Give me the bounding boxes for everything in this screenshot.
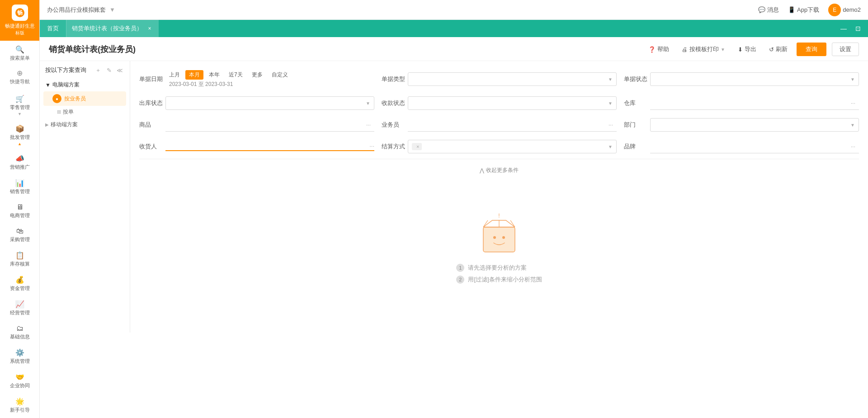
settle-tag-close-btn[interactable]: × [416, 144, 419, 149]
payment-status-select[interactable]: ▼ [408, 96, 617, 110]
logo-icon: 畅 [12, 5, 28, 21]
date-tab-this-month[interactable]: 本月 [185, 70, 203, 80]
svg-text:畅: 畅 [17, 10, 23, 16]
basic-icon: 🗂 [16, 324, 24, 332]
tab-maximize-btn[interactable]: ⊡ [852, 22, 864, 35]
date-tab-last7[interactable]: 近7天 [225, 70, 246, 80]
date-tab-this-year[interactable]: 本年 [205, 70, 223, 80]
sidebar-item-system[interactable]: ⚙️ 系统管理 [3, 345, 37, 368]
basic-label: 基础信息 [10, 333, 30, 340]
search-icon: 🔍 [15, 45, 24, 54]
doc-type-select[interactable]: ▼ [408, 72, 617, 86]
filter-cell-salesperson: 业务员 ··· [382, 118, 617, 132]
tab-close-btn[interactable]: × [146, 25, 153, 32]
desktop-scheme-title[interactable]: ▼ 电脑端方案 [43, 78, 126, 91]
brand-input[interactable]: ··· [650, 140, 859, 153]
enterprise-label: 企业协同 [10, 382, 30, 389]
collapse-more-btn[interactable]: ⋀ 收起更多条件 [477, 164, 521, 177]
sidebar-item-ecommerce[interactable]: 🖥 电商管理 [3, 200, 37, 223]
filter-cell-payment: 收款状态 ▼ [382, 96, 617, 110]
top-bar-dropdown-arrow[interactable]: ▼ [109, 6, 115, 13]
empty-state: ! 1 请先选择要分析的方案 2 用[过滤]条件来缩小分析范围 [139, 184, 859, 311]
salesperson-label: 业务员 [382, 121, 405, 129]
empty-step-1: 1 请先选择要分析的方案 [456, 264, 542, 272]
sidebar-item-marketing[interactable]: 📣 营销推广 [3, 151, 37, 174]
out-status-select[interactable]: ▼ [165, 96, 374, 110]
scheme-item-salesperson[interactable]: ● 按业务员 [43, 91, 126, 106]
salesperson-input[interactable]: ··· [408, 118, 617, 132]
warehouse-ellipsis[interactable]: ··· [851, 100, 855, 106]
content-area: 销货单统计表(按业务员) ❓ 帮助 🖨 按模板打印 ▼ ⬇ 导出 [40, 37, 868, 418]
sidebar-item-purchase[interactable]: 🛍 采购管理 [3, 223, 37, 247]
settle-select[interactable]: × ▼ [408, 140, 617, 153]
edit-scheme-btn[interactable]: ✎ [104, 66, 113, 75]
step-1-text: 请先选择要分析的方案 [468, 264, 527, 272]
sidebar-item-newbie[interactable]: 🌟 新手引导 [3, 394, 37, 417]
tab-bar: 首页 销货单统计表（按业务员） × — ⊡ [40, 20, 868, 37]
doc-status-select[interactable]: ▼ [650, 72, 859, 86]
tab-label: 标版 [15, 30, 24, 36]
settings-btn[interactable]: 设置 [832, 43, 859, 56]
filter-cell-department: 部门 ▼ [624, 118, 859, 132]
help-btn[interactable]: ❓ 帮助 [645, 43, 673, 55]
warehouse-input[interactable]: ··· [650, 96, 859, 110]
doc-type-arrow: ▼ [608, 77, 613, 82]
ecommerce-icon: 🖥 [16, 203, 24, 211]
filter-grid-3: 商品 ··· 业务员 ··· [139, 116, 859, 133]
filter-cell-doc-type: 单据类型 ▼ [382, 70, 617, 88]
desktop-scheme-label: 电脑端方案 [52, 81, 80, 89]
receiver-ellipsis[interactable]: ··· [369, 142, 374, 149]
main-content: 按以下方案查询 + ✎ ≪ ▼ 电脑端方案 [40, 61, 868, 332]
department-select[interactable]: ▼ [650, 118, 859, 132]
goods-input[interactable]: ··· [165, 118, 374, 132]
svg-text:!: ! [498, 213, 500, 219]
sidebar-item-operation[interactable]: 📈 经营管理 [3, 296, 37, 320]
tab-minimize-btn[interactable]: — [837, 22, 850, 35]
download-label: App下载 [797, 6, 819, 14]
tab-sales-stat[interactable]: 销货单统计表（按业务员） × [66, 20, 159, 37]
filter-cell-doc-status: 单据状态 ▼ [624, 70, 859, 88]
sidebar-item-retail[interactable]: 🛒 零售管理 ▼ [3, 91, 37, 120]
tab-bar-actions: — ⊡ [837, 22, 868, 35]
filter-grid-4: 收货人 ··· 结算方式 × [139, 138, 859, 155]
export-btn[interactable]: ⬇ 导出 [734, 43, 760, 55]
scheme-sub-item-order[interactable]: ⊞ 按单 [43, 106, 126, 118]
sidebar-item-sales[interactable]: 📊 销售管理 [3, 175, 37, 199]
sales-label: 销售管理 [10, 188, 30, 195]
print-btn[interactable]: 🖨 按模板打印 ▼ [678, 43, 729, 55]
date-tab-last-month[interactable]: 上月 [165, 70, 184, 80]
brand-ellipsis[interactable]: ··· [851, 143, 855, 150]
add-scheme-btn[interactable]: + [94, 66, 103, 75]
mobile-scheme-group[interactable]: ▶ 移动端方案 [40, 118, 130, 131]
date-label: 单据日期 [139, 75, 163, 83]
out-status-arrow: ▼ [366, 101, 370, 106]
salesperson-ellipsis[interactable]: ··· [609, 122, 613, 128]
quick-nav-label: 快捷导航 [10, 78, 30, 85]
tab-home[interactable]: 首页 [40, 20, 66, 37]
collapse-panel-btn[interactable]: ≪ [115, 66, 124, 75]
app-download-btn[interactable]: 📱 App下载 [788, 6, 819, 14]
quick-nav-item[interactable]: ⊕ 快捷导航 [10, 64, 30, 87]
finance-label: 资金管理 [10, 285, 30, 292]
date-tab-custom[interactable]: 自定义 [268, 70, 292, 80]
user-menu-btn[interactable]: E demo2 [828, 4, 861, 16]
sidebar-item-inventory[interactable]: 📋 库存核算 [3, 247, 37, 271]
refresh-btn[interactable]: ↺ 刷新 [765, 43, 791, 55]
sidebar-item-enterprise[interactable]: 🤝 企业协同 [3, 369, 37, 393]
main-area: 办公用品行业模拟账套 ▼ 💬 消息 📱 App下载 E demo2 首页 [40, 0, 868, 418]
query-btn[interactable]: 查询 [797, 43, 826, 56]
date-tab-more[interactable]: 更多 [248, 70, 266, 80]
sidebar-item-finance[interactable]: 💰 资金管理 [3, 272, 37, 295]
sidebar-item-basic[interactable]: 🗂 基础信息 [3, 321, 37, 344]
print-label: 按模板打印 [689, 45, 719, 53]
search-menu-item[interactable]: 🔍 搜索菜单 [10, 41, 30, 64]
tab-home-label: 首页 [47, 24, 59, 33]
left-panel-header: 按以下方案查询 + ✎ ≪ [40, 61, 130, 78]
sidebar-item-wholesale[interactable]: 📦 批发管理 ▲ [3, 121, 37, 150]
goods-ellipsis[interactable]: ··· [366, 122, 371, 128]
inventory-icon: 📋 [15, 251, 24, 260]
message-btn[interactable]: 💬 消息 [758, 6, 779, 14]
sidebar-logo[interactable]: 畅 畅捷通好生意 标版 [0, 0, 40, 41]
newbie-icon: 🌟 [15, 397, 24, 406]
receiver-input[interactable]: ··· [165, 142, 374, 151]
